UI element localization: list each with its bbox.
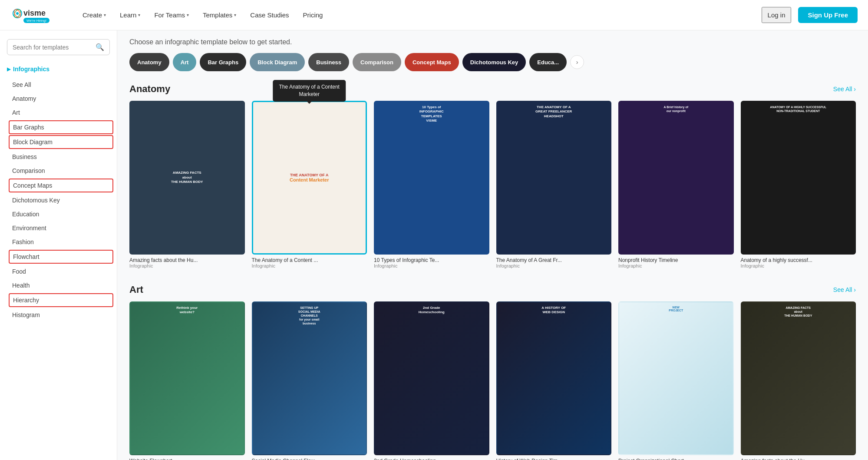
- sidebar-item-see-all[interactable]: See All: [0, 78, 117, 92]
- template-title-website-flowchart: Website Flowchart: [129, 458, 245, 460]
- template-title-web-design: History of Web Design Tim...: [496, 458, 612, 460]
- pill-anatomy[interactable]: Anatomy: [129, 53, 169, 71]
- login-button[interactable]: Log in: [762, 7, 792, 23]
- template-title-amazing-facts: Amazing facts about the Hu...: [741, 458, 856, 460]
- template-card-amazing-facts[interactable]: AMAZING FACTSaboutTHE HUMAN BODY Amazing…: [741, 301, 856, 460]
- template-card-content-marketer[interactable]: The Anatomy of a ContentMarketer THE ANA…: [252, 101, 367, 268]
- anatomy-section-title: Anatomy: [129, 83, 170, 95]
- category-pills-row: Anatomy Art Bar Graphs Block Diagram Bus…: [129, 53, 856, 73]
- art-section-title: Art: [129, 284, 143, 295]
- page-layout: 🔍 ▶ Infographics See All Anatomy Art Bar…: [0, 30, 868, 460]
- template-card-web-design[interactable]: A HISTORY OFWEB DESIGN History of Web De…: [496, 301, 612, 460]
- template-card-nonprofit[interactable]: A Brief history ofour nonprofit Nonprofi…: [618, 101, 734, 268]
- sidebar-item-concept-maps[interactable]: Concept Maps: [9, 179, 113, 192]
- template-type-nonprofit: Infographic: [618, 263, 734, 268]
- sidebar-item-bar-graphs[interactable]: Bar Graphs: [9, 120, 113, 134]
- nav-templates[interactable]: Templates ▾: [197, 8, 242, 22]
- template-card-website-flowchart[interactable]: Rethink yourwebsite? Website Flowchart I…: [129, 301, 245, 460]
- template-card-10-types[interactable]: 10 Types ofINFOGRAPHICTEMPLATESVISME 10 …: [374, 101, 489, 268]
- pill-dichotomous-key[interactable]: Dichotomous Key: [462, 53, 526, 71]
- template-thumb-student: ANATOMY OF A HIGHLY SUCCESSFULNON-TRADIT…: [741, 101, 856, 255]
- sidebar-item-dichotomous-key[interactable]: Dichotomous Key: [0, 193, 117, 207]
- svg-text:visme: visme: [23, 9, 46, 17]
- anatomy-see-all[interactable]: See All ›: [833, 86, 856, 93]
- pill-comparison[interactable]: Comparison: [353, 53, 401, 71]
- template-thumb-content-marketer: THE ANATOMY OF AContent Marketer: [252, 101, 367, 255]
- template-thumb-website-flowchart: Rethink yourwebsite?: [129, 301, 245, 455]
- sidebar-item-anatomy[interactable]: Anatomy: [0, 92, 117, 106]
- pill-education[interactable]: Educa...: [529, 53, 567, 71]
- sidebar-section-label: Infographics: [13, 66, 50, 73]
- logo[interactable]: visme We're Hiring!: [10, 7, 63, 24]
- sidebar-item-fashion[interactable]: Fashion: [0, 235, 117, 249]
- template-card-org-chart[interactable]: NEWPROJECT Project Organizational Chart …: [618, 301, 734, 460]
- template-card-homeschooling[interactable]: 2nd GradeHomeschooling 2nd Grade Homesch…: [374, 301, 489, 460]
- nav: Create ▾ Learn ▾ For Teams ▾ Templates ▾…: [76, 8, 762, 22]
- template-type-freelancer: Infographic: [496, 263, 612, 268]
- pill-concept-maps[interactable]: Concept Maps: [405, 53, 459, 71]
- art-see-all[interactable]: See All ›: [833, 286, 856, 293]
- nav-pricing[interactable]: Pricing: [297, 8, 329, 22]
- nav-create[interactable]: Create ▾: [76, 8, 112, 22]
- template-thumb-nonprofit: A Brief history ofour nonprofit: [618, 101, 734, 255]
- pill-business[interactable]: Business: [308, 53, 349, 71]
- template-title-social-media: Social Media Channel Flow...: [252, 458, 367, 460]
- sidebar-item-art[interactable]: Art: [0, 106, 117, 119]
- main-content: Choose an infographic template below to …: [117, 30, 868, 460]
- sidebar-item-food[interactable]: Food: [0, 265, 117, 278]
- signup-button[interactable]: Sign Up Free: [798, 7, 858, 23]
- template-thumb-human-body: AMAZING FACTSaboutTHE HUMAN BODY: [129, 101, 245, 255]
- sidebar-item-block-diagram[interactable]: Block Diagram: [9, 135, 113, 149]
- nav-templates-chevron: ▾: [234, 13, 236, 17]
- template-type-student: Infographic: [741, 263, 856, 268]
- sidebar-item-histogram[interactable]: Histogram: [0, 308, 117, 322]
- sidebar-infographics-header[interactable]: ▶ Infographics: [0, 64, 117, 78]
- sidebar-item-business[interactable]: Business: [0, 150, 117, 164]
- main-intro-text: Choose an infographic template below to …: [129, 30, 856, 53]
- pill-bar-graphs[interactable]: Bar Graphs: [200, 53, 246, 71]
- nav-for-teams[interactable]: For Teams ▾: [148, 8, 195, 22]
- template-card-human-body[interactable]: AMAZING FACTSaboutTHE HUMAN BODY Amazing…: [129, 101, 245, 268]
- nav-learn-chevron: ▾: [138, 13, 140, 17]
- sidebar-item-hierarchy[interactable]: Hierarchy: [9, 293, 113, 307]
- template-thumb-org-chart: NEWPROJECT: [618, 301, 734, 455]
- sidebar-item-flowchart[interactable]: Flowchart: [9, 250, 113, 264]
- pills-next-button[interactable]: ›: [570, 55, 584, 69]
- template-title-nonprofit: Nonprofit History Timeline: [618, 257, 734, 263]
- art-templates-grid: Rethink yourwebsite? Website Flowchart I…: [129, 301, 856, 460]
- sidebar-item-education[interactable]: Education: [0, 207, 117, 221]
- template-title-homeschooling: 2nd Grade Homeschooling ...: [374, 458, 489, 460]
- template-thumb-freelancer: THE ANATOMY OF AGREAT FREELANCERHEADSHOT: [496, 101, 612, 255]
- template-thumb-social-media: SETTING UPSOCIAL MEDIACHANNELSfor your s…: [252, 301, 367, 455]
- template-title-10-types: 10 Types of Infographic Te...: [374, 257, 489, 263]
- nav-case-studies[interactable]: Case Studies: [244, 8, 295, 22]
- search-icon: 🔍: [96, 43, 104, 51]
- sidebar-item-health[interactable]: Health: [0, 278, 117, 292]
- logo-svg: visme We're Hiring!: [10, 7, 63, 24]
- template-type-human-body: Infographic: [129, 263, 245, 268]
- template-thumb-amazing-facts: AMAZING FACTSaboutTHE HUMAN BODY: [741, 301, 856, 455]
- svg-point-3: [16, 12, 19, 15]
- template-title-human-body: Amazing facts about the Hu...: [129, 257, 245, 263]
- template-type-content-marketer: Infographic: [252, 263, 367, 268]
- art-section: Art See All › Rethink yourwebsite? Websi…: [129, 284, 856, 460]
- template-card-social-media[interactable]: SETTING UPSOCIAL MEDIACHANNELSfor your s…: [252, 301, 367, 460]
- sidebar-section-chevron: ▶: [7, 66, 10, 72]
- pill-art[interactable]: Art: [173, 53, 197, 71]
- sidebar-item-comparison[interactable]: Comparison: [0, 164, 117, 178]
- sidebar-item-environment[interactable]: Environment: [0, 221, 117, 235]
- nav-create-chevron: ▾: [104, 13, 106, 17]
- search-box[interactable]: 🔍: [7, 39, 110, 55]
- anatomy-templates-grid: AMAZING FACTSaboutTHE HUMAN BODY Amazing…: [129, 101, 856, 268]
- art-section-header: Art See All ›: [129, 284, 856, 295]
- template-title-student: Anatomy of a highly successf...: [741, 257, 856, 263]
- nav-for-teams-chevron: ▾: [187, 13, 189, 17]
- nav-learn[interactable]: Learn ▾: [114, 8, 146, 22]
- template-card-freelancer[interactable]: THE ANATOMY OF AGREAT FREELANCERHEADSHOT…: [496, 101, 612, 268]
- template-card-student[interactable]: ANATOMY OF A HIGHLY SUCCESSFULNON-TRADIT…: [741, 101, 856, 268]
- template-title-org-chart: Project Organizational Chart: [618, 458, 734, 460]
- search-input[interactable]: [13, 44, 96, 51]
- template-thumb-homeschooling: 2nd GradeHomeschooling: [374, 301, 489, 455]
- header: visme We're Hiring! Create ▾ Learn ▾ For…: [0, 0, 868, 30]
- pill-block-diagram[interactable]: Block Diagram: [250, 53, 305, 71]
